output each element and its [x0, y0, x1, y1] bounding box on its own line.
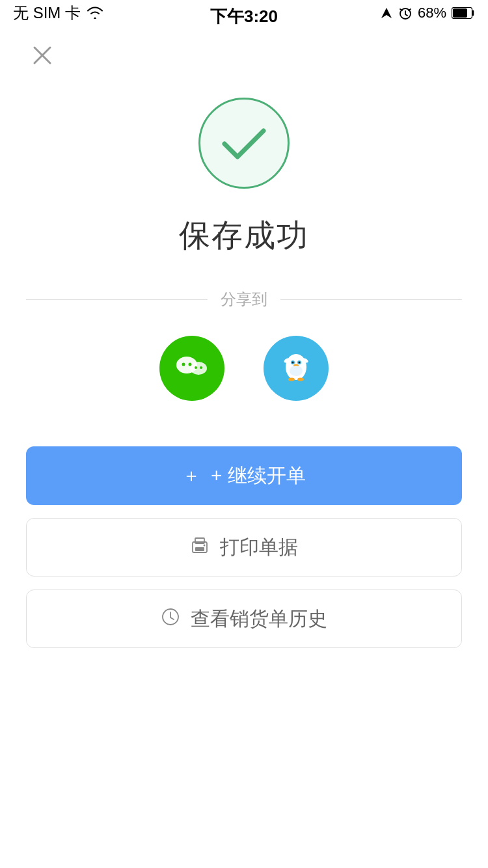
print-icon — [190, 536, 210, 560]
success-circle — [198, 98, 290, 189]
signal-text: 无 SIM 卡 — [13, 3, 81, 23]
share-icons — [159, 336, 329, 401]
main-content: 保存成功 分享到 — [0, 72, 488, 868]
continue-icon: ＋ — [182, 463, 200, 488]
wifi-icon — [86, 7, 104, 20]
svg-point-9 — [195, 366, 197, 369]
wechat-icon — [172, 349, 211, 388]
status-right: 68% — [380, 5, 475, 21]
svg-point-16 — [299, 362, 301, 364]
status-left: 无 SIM 卡 — [13, 3, 104, 23]
divider-line-right — [280, 299, 462, 300]
divider-line-left — [26, 299, 208, 300]
success-title: 保存成功 — [179, 215, 309, 256]
history-label: 查看销货单历史 — [191, 606, 327, 632]
battery-icon — [452, 7, 475, 19]
svg-point-7 — [182, 363, 185, 366]
battery-text: 68% — [418, 5, 446, 21]
history-button[interactable]: 查看销货单历史 — [26, 590, 462, 648]
share-divider: 分享到 — [26, 289, 462, 310]
alarm-icon — [398, 6, 413, 20]
svg-point-8 — [189, 363, 192, 366]
close-button[interactable] — [26, 39, 59, 72]
svg-point-26 — [204, 544, 206, 546]
share-label: 分享到 — [221, 289, 267, 310]
action-buttons: ＋ + 继续开单 打印单据 查看销货单历 — [26, 446, 462, 648]
qq-share-button[interactable] — [264, 336, 329, 401]
continue-button[interactable]: ＋ + 继续开单 — [26, 446, 462, 505]
svg-point-20 — [297, 378, 304, 381]
checkmark-icon — [221, 126, 267, 161]
svg-point-18 — [290, 366, 303, 376]
history-icon — [161, 607, 180, 631]
svg-point-19 — [288, 378, 295, 381]
qq-icon — [277, 349, 316, 388]
svg-point-15 — [292, 362, 294, 364]
location-icon — [380, 7, 393, 20]
svg-point-10 — [200, 366, 202, 369]
svg-rect-2 — [453, 8, 467, 18]
continue-label: + 继续开单 — [211, 463, 306, 489]
wechat-share-button[interactable] — [159, 336, 224, 401]
print-button[interactable]: 打印单据 — [26, 518, 462, 576]
status-time: 下午3:20 — [210, 5, 278, 28]
print-label: 打印单据 — [220, 534, 298, 561]
close-icon — [32, 45, 53, 66]
svg-point-6 — [190, 362, 207, 375]
status-bar: 无 SIM 卡 下午3:20 68% — [0, 0, 488, 26]
svg-rect-25 — [195, 547, 204, 551]
